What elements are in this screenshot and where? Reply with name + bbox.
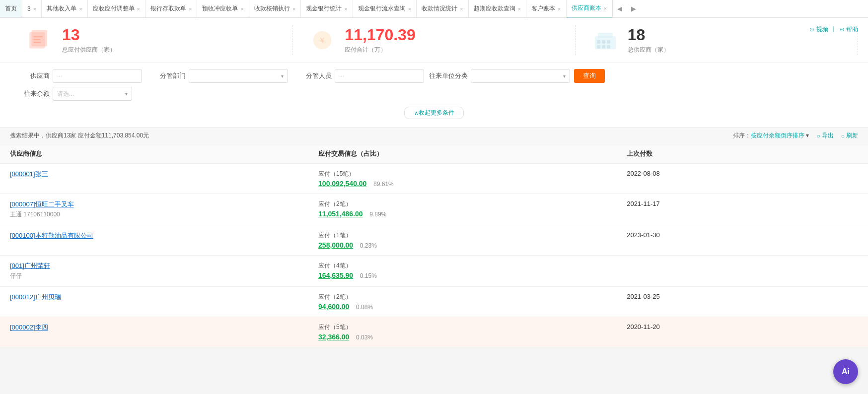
- svg-rect-14: [607, 45, 610, 49]
- nav-tab-3[interactable]: 3 ×: [22, 0, 42, 18]
- nav-tab-home[interactable]: 首页: [0, 0, 22, 18]
- nav-tab-prepay-label: 预收冲应收单: [202, 4, 238, 13]
- nav-tab-bank-deposit[interactable]: 银行存取款单 ×: [145, 0, 197, 18]
- payable-suppliers-label: 总应付供应商（家）: [62, 46, 116, 54]
- percent-1: 89.61%: [373, 181, 394, 188]
- ai-button[interactable]: Ai: [833, 359, 858, 384]
- amount-link-3[interactable]: 258,000.00: [318, 241, 353, 249]
- nav-tab-3-label: 3: [27, 5, 31, 12]
- supplier-link-4[interactable]: [001]广州荣轩: [10, 262, 318, 270]
- last-payment-1: 2022-08-08: [627, 170, 858, 177]
- nav-tab-overdue-label: 超期应收款查询: [474, 4, 515, 13]
- total-suppliers-icon: [590, 25, 620, 55]
- department-input[interactable]: ▾: [189, 69, 288, 83]
- nav-tab-home-label: 首页: [5, 4, 17, 13]
- svg-rect-4: [34, 42, 41, 43]
- amount-link-6[interactable]: 32,366.00: [318, 333, 349, 341]
- nav-tab-3-close[interactable]: ×: [33, 6, 36, 12]
- person-input[interactable]: ···: [335, 69, 424, 83]
- search-button[interactable]: 查询: [574, 69, 605, 83]
- nav-tab-receipt-label: 收款核销执行: [254, 4, 290, 13]
- refresh-label: 刷新: [846, 131, 858, 140]
- table-row: [000100]本特勒油品有限公司 应付（1笔） 258,000.00 0.23…: [0, 225, 868, 256]
- amount-link-2[interactable]: 11,051,486.00: [318, 210, 363, 218]
- col-header-transaction: 应付交易信息（占比）: [318, 149, 627, 158]
- svg-rect-3: [34, 39, 40, 41]
- export-button[interactable]: ○ 导出: [817, 131, 834, 140]
- amount-link-1[interactable]: 100,092,540.00: [318, 180, 366, 188]
- nav-tab-prepay[interactable]: 预收冲应收单 ×: [197, 0, 249, 18]
- nav-next-arrow[interactable]: ▶: [627, 0, 641, 18]
- supplier-link-6[interactable]: [000002]李四: [10, 323, 318, 332]
- table-row: [000002]李四 应付（5笔） 32,366.00 0.03% 2020-1…: [0, 317, 868, 347]
- count-label-4: 应付（4笔）: [318, 262, 627, 270]
- nav-tab-bank-deposit-close[interactable]: ×: [189, 6, 192, 12]
- nav-tab-prepay-close[interactable]: ×: [240, 6, 243, 12]
- payable-total-label: 应付合计（万）: [345, 46, 415, 54]
- nav-tab-receipt-stats-close[interactable]: ×: [460, 6, 463, 12]
- nav-tab-cash-flow[interactable]: 现金银行流水查询 ×: [353, 0, 417, 18]
- nav-tab-overdue[interactable]: 超期应收款查询 ×: [469, 0, 526, 18]
- supplier-link-1[interactable]: [000001]张三: [10, 170, 318, 179]
- supplier-info-cell-5: [000012]广州贝瑞: [10, 293, 318, 302]
- supplier-sub-2: 王通 17106110000: [10, 210, 318, 219]
- result-summary-text: 搜索结果中，供应商13家 应付金额111,703,854.00元: [10, 131, 149, 140]
- nav-tab-ar-adjust[interactable]: 应收应付调整单 ×: [88, 0, 145, 18]
- nav-tab-receipt-stats[interactable]: 收款情况统计 ×: [417, 0, 468, 18]
- filter-section: 供应商 ··· 分管部门 ▾ 分管人员 ··· 往来单位分类: [0, 63, 868, 128]
- sort-label: 按应付余额倒序排序: [751, 132, 804, 139]
- svg-rect-9: [597, 40, 600, 44]
- nav-tab-supplier-ledger-label: 供应商账本: [572, 4, 601, 12]
- nav-tab-overdue-close[interactable]: ×: [518, 6, 521, 12]
- nav-prev-arrow[interactable]: ◀: [613, 0, 627, 18]
- category-input[interactable]: ▾: [471, 69, 570, 83]
- svg-rect-10: [602, 40, 605, 44]
- supplier-link-5[interactable]: [000012]广州贝瑞: [10, 293, 318, 302]
- nav-tab-cash-stats-close[interactable]: ×: [344, 6, 347, 12]
- table-row: [000012]广州贝瑞 应付（2笔） 94,600.00 0.08% 2021…: [0, 287, 868, 317]
- refresh-button[interactable]: ○ 刷新: [841, 131, 858, 140]
- supplier-payable-icon: [25, 25, 55, 55]
- summary-card-payable-total: ¥ 11,170.39 应付合计（万）: [292, 25, 575, 55]
- export-icon: ○: [817, 132, 820, 139]
- nav-tab-customer-ledger[interactable]: 客户账本 ×: [526, 0, 566, 18]
- nav-tab-cash-stats[interactable]: 现金银行统计 ×: [301, 0, 353, 18]
- percent-2: 9.89%: [369, 211, 386, 218]
- nav-tab-receipt[interactable]: 收款核销执行 ×: [249, 0, 301, 18]
- table-row: [001]广州荣轩 仔仔 应付（4笔） 164,635.90 0.15%: [0, 256, 868, 287]
- col-header-supplier: 供应商信息: [10, 149, 318, 158]
- nav-tab-customer-ledger-close[interactable]: ×: [558, 6, 561, 12]
- balance-input[interactable]: 请选... ▾: [53, 87, 132, 101]
- last-payment-6: 2020-11-20: [627, 323, 858, 330]
- nav-tab-cash-flow-close[interactable]: ×: [408, 6, 411, 12]
- export-label: 导出: [822, 131, 834, 140]
- supplier-info-cell-4: [001]广州荣轩 仔仔: [10, 262, 318, 280]
- summary-text-total-suppliers: 18 总供应商（家）: [628, 26, 669, 54]
- nav-tab-cash-flow-label: 现金银行流水查询: [358, 4, 406, 13]
- amount-info-cell-4: 应付（4笔） 164,635.90 0.15%: [318, 262, 627, 279]
- supplier-input[interactable]: ···: [53, 69, 142, 83]
- summary-card-payable-suppliers: 13 总应付供应商（家）: [10, 25, 292, 55]
- summary-help: ⊙ 视频 | ⊙ 帮助: [809, 25, 858, 34]
- supplier-link-2[interactable]: [000007]恒旺二手叉车: [10, 200, 318, 209]
- supplier-info-cell-1: [000001]张三: [10, 170, 318, 179]
- supplier-input-dots: ···: [57, 72, 62, 79]
- filter-item-person: 分管人员 ···: [292, 69, 424, 83]
- svg-rect-2: [34, 36, 43, 38]
- sort-button[interactable]: 排序：按应付余额倒序排序 ▾: [733, 131, 809, 140]
- collapse-button[interactable]: ∧ 收起更多条件: [404, 107, 464, 119]
- nav-tab-other-income[interactable]: 其他收入单 ×: [42, 0, 87, 18]
- nav-tab-receipt-close[interactable]: ×: [292, 6, 295, 12]
- supplier-link-3[interactable]: [000100]本特勒油品有限公司: [10, 231, 318, 240]
- amount-link-5[interactable]: 94,600.00: [318, 303, 349, 311]
- last-payment-2: 2021-11-17: [627, 200, 858, 207]
- video-link[interactable]: ⊙ 视频: [809, 25, 828, 34]
- nav-tab-other-income-close[interactable]: ×: [79, 6, 82, 12]
- nav-tab-ar-adjust-close[interactable]: ×: [137, 6, 140, 12]
- help-link[interactable]: ⊙ 帮助: [840, 25, 858, 34]
- person-input-dots: ···: [339, 72, 344, 79]
- nav-tab-supplier-ledger[interactable]: 供应商账本 ×: [567, 0, 612, 18]
- amount-link-4[interactable]: 164,635.90: [318, 271, 353, 279]
- filter-item-department: 分管部门 ▾: [146, 69, 288, 83]
- nav-tab-supplier-ledger-close[interactable]: ×: [604, 5, 607, 11]
